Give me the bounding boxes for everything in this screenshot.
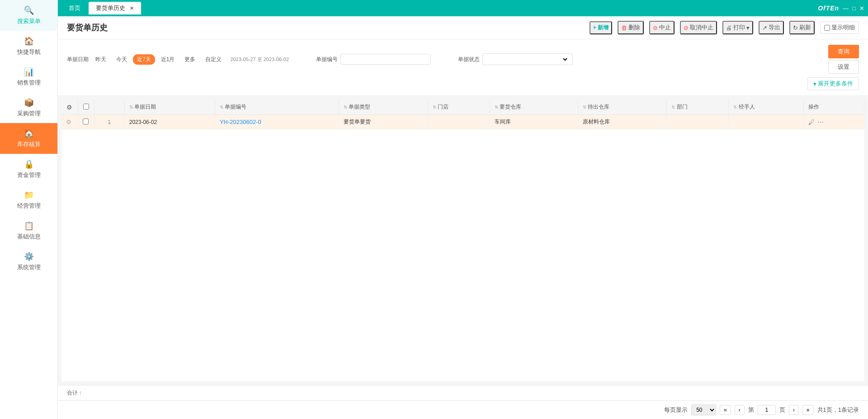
row-checkbox[interactable] — [83, 119, 89, 124]
next-page-btn[interactable]: › — [789, 405, 799, 415]
column-settings-icon[interactable]: ⚙ — [66, 104, 72, 111]
sidebar-item-search-menu[interactable]: 🔍搜索菜单 — [0, 0, 57, 31]
sidebar-item-label: 经营管理 — [17, 202, 41, 210]
table-head: ⚙⇅ 单据日期⇅ 单据编号⇅ 单据类型⇅ 门店⇅ 要货仓库⇅ 待出仓库⇅ 部门⇅… — [61, 100, 864, 115]
th-operation: 操作 — [804, 100, 864, 115]
filter-row-2: ▾ 展开更多条件 — [67, 77, 859, 90]
th-department[interactable]: ⇅ 部门 — [667, 100, 729, 115]
page-input[interactable] — [758, 405, 776, 415]
select-all-checkbox[interactable] — [83, 104, 89, 110]
sidebar-item-label: 快捷导航 — [17, 48, 41, 56]
table-row: ⚙12023-06-02YH-20230602-0要货单要货车间库原材料仓库 🖊… — [61, 115, 864, 129]
more-ops-icon[interactable]: ⋯ — [817, 119, 824, 126]
first-page-btn[interactable]: « — [720, 405, 731, 415]
edit-icon[interactable]: 🖊 — [808, 119, 815, 126]
th-store[interactable]: ⇅ 门店 — [428, 100, 490, 115]
new-button[interactable]: + 新增 — [590, 21, 612, 34]
print-dropdown-icon: ▾ — [746, 24, 750, 31]
th-pending_warehouse[interactable]: ⇅ 待出仓库 — [578, 100, 667, 115]
doc-status-select[interactable] — [486, 56, 569, 63]
sidebar-item-quick-nav[interactable]: 🏠快捷导航 — [0, 31, 57, 62]
close-window-btn[interactable]: ✕ — [859, 5, 864, 12]
filter-actions: 查询 设置 — [828, 45, 859, 74]
td-req_warehouse: 车间库 — [490, 115, 578, 129]
page-header: 要货单历史 + 新增 🗑 删除 ⊘ 中止 ⊘ 取消中止 🖨 打印 — [58, 16, 868, 39]
th-sort-icon-store: ⇅ — [433, 105, 436, 110]
th-doc_type[interactable]: ⇅ 单据类型 — [339, 100, 428, 115]
th-index — [94, 100, 124, 115]
display-detail-button[interactable]: 显示明细 — [820, 21, 859, 34]
display-detail-checkbox[interactable] — [824, 25, 830, 31]
td-doc_no: YH-20230602-0 — [215, 115, 339, 129]
td-department — [667, 115, 729, 129]
doc-no-input[interactable] — [340, 54, 431, 65]
th-req_warehouse[interactable]: ⇅ 要货仓库 — [490, 100, 578, 115]
tab-close-icon[interactable]: ✕ — [130, 5, 134, 11]
delete-button[interactable]: 🗑 删除 — [618, 21, 644, 34]
date-filter-group: 单据日期 昨天今天近7天近1月更多自定义 2023-05-27 至 2023-0… — [67, 54, 289, 65]
th-doc_date[interactable]: ⇅ 单据日期 — [124, 100, 215, 115]
total-label: 合计： — [67, 389, 83, 397]
tab-home[interactable]: 首页 — [61, 2, 88, 14]
operation-icons: 🖊 ⋯ — [808, 119, 859, 126]
tab-bar-right: OfTEn — □ ✕ — [818, 5, 864, 12]
sidebar-item-label: 资金管理 — [17, 171, 41, 179]
sidebar-item-operations[interactable]: 📁经营管理 — [0, 185, 57, 215]
th-sort-icon-doc_no: ⇅ — [220, 105, 223, 110]
doc-no-link[interactable]: YH-20230602-0 — [220, 119, 261, 125]
tab-requisition-history[interactable]: 要货单历史✕ — [89, 2, 141, 14]
print-button[interactable]: 🖨 打印 ▾ — [722, 21, 753, 34]
doc-status-select-wrapper[interactable] — [482, 53, 573, 65]
doc-no-label: 单据编号 — [316, 56, 338, 63]
prev-page-btn[interactable]: ‹ — [735, 405, 745, 415]
finance-icon: 🔒 — [24, 159, 34, 169]
sidebar-item-basic-info[interactable]: 📋基础信息 — [0, 215, 57, 246]
th-doc_no[interactable]: ⇅ 单据编号 — [215, 100, 339, 115]
sidebar-item-purchase[interactable]: 📦采购管理 — [0, 92, 57, 123]
query-button[interactable]: 查询 — [828, 45, 859, 58]
th-handler[interactable]: ⇅ 经手人 — [729, 100, 804, 115]
cancel-stop-icon: ⊘ — [684, 24, 689, 31]
td-settings: ⚙ — [61, 115, 78, 129]
sidebar-item-label: 库存核算 — [17, 140, 41, 148]
total-info: 共1页，1条记录 — [817, 406, 859, 414]
settings-button[interactable]: 设置 — [828, 60, 859, 74]
refresh-button[interactable]: ↻ 刷新 — [789, 21, 815, 34]
th-sort-icon-handler: ⇅ — [733, 105, 737, 110]
toolbar: + 新增 🗑 删除 ⊘ 中止 ⊘ 取消中止 🖨 打印 ▾ — [590, 21, 859, 34]
export-button[interactable]: ↗ 导出 — [759, 21, 784, 34]
th-check — [78, 100, 94, 115]
date-btn-今天[interactable]: 今天 — [112, 54, 131, 65]
table-header-row: ⚙⇅ 单据日期⇅ 单据编号⇅ 单据类型⇅ 门店⇅ 要货仓库⇅ 待出仓库⇅ 部门⇅… — [61, 100, 864, 115]
td-handler — [729, 115, 804, 129]
date-btn-近7天[interactable]: 近7天 — [133, 54, 155, 65]
sidebar-item-label: 销售管理 — [17, 79, 41, 87]
maximize-btn[interactable]: □ — [852, 5, 856, 12]
sidebar-item-inventory[interactable]: 🏠库存核算 — [0, 123, 57, 154]
date-btn-昨天[interactable]: 昨天 — [91, 54, 110, 65]
page-content: 要货单历史 + 新增 🗑 删除 ⊘ 中止 ⊘ 取消中止 🖨 打印 — [58, 16, 868, 419]
sidebar-item-finance[interactable]: 🔒资金管理 — [0, 154, 57, 185]
date-range-display: 2023-05-27 至 2023-06-02 — [230, 56, 289, 63]
doc-status-filter-group: 单据状态 — [458, 53, 573, 65]
sidebar-item-sales[interactable]: 📊销售管理 — [0, 62, 57, 92]
per-page-select[interactable]: 2050100200 — [691, 405, 716, 415]
th-sort-icon-doc_type: ⇅ — [344, 105, 347, 110]
stop-button[interactable]: ⊘ 中止 — [649, 21, 675, 34]
brand-label: OfTEn — [818, 5, 839, 12]
date-btn-更多[interactable]: 更多 — [180, 54, 199, 65]
expand-more-btn[interactable]: ▾ 展开更多条件 — [807, 77, 859, 90]
th-sort-icon-pending_warehouse: ⇅ — [583, 105, 586, 110]
per-page-label: 每页显示 — [664, 406, 688, 414]
delete-icon: 🗑 — [621, 24, 627, 31]
date-btn-近1月[interactable]: 近1月 — [157, 54, 179, 65]
date-btn-自定义[interactable]: 自定义 — [201, 54, 226, 65]
minimize-btn[interactable]: — — [843, 5, 849, 12]
data-table: ⚙⇅ 单据日期⇅ 单据编号⇅ 单据类型⇅ 门店⇅ 要货仓库⇅ 待出仓库⇅ 部门⇅… — [61, 100, 864, 129]
cancel-stop-button[interactable]: ⊘ 取消中止 — [680, 21, 717, 34]
table-body: ⚙12023-06-02YH-20230602-0要货单要货车间库原材料仓库 🖊… — [61, 115, 864, 129]
doc-no-filter-group: 单据编号 — [316, 54, 431, 65]
row-settings-icon[interactable]: ⚙ — [66, 119, 71, 125]
last-page-btn[interactable]: » — [802, 405, 814, 415]
sidebar-item-system[interactable]: ⚙️系统管理 — [0, 246, 57, 277]
